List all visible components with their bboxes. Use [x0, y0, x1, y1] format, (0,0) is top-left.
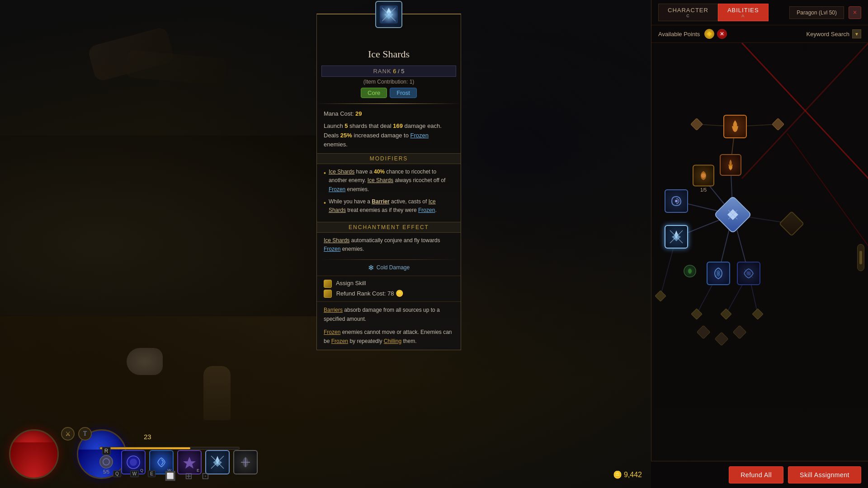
point-cancel: ✕: [717, 29, 727, 39]
node-blue-1[interactable]: [707, 262, 730, 285]
top-icons: ⚔ T: [61, 427, 92, 441]
bottom-bar: Refund All Skill Assignment: [651, 461, 868, 488]
node-fire-main[interactable]: [723, 115, 747, 138]
animal-figure: [127, 348, 163, 375]
node-green[interactable]: [684, 265, 696, 277]
refund-label: Refund Rank Cost: 78: [336, 290, 394, 297]
mod-1-text: Ice Shards have a 40% chance to ricochet…: [329, 168, 454, 194]
health-orb: [9, 429, 59, 479]
mod-2-text: While you have a Barrier active, casts o…: [329, 197, 454, 215]
hotkey-icon-3: ⊡: [202, 470, 209, 481]
action-row: Assign Skill Refund Rank Cost: 78 🪙: [317, 276, 461, 302]
svg-line-36: [744, 269, 753, 278]
char-icon-1[interactable]: ⚔: [61, 427, 75, 441]
item-contribution: (Item Contribution: 1): [317, 79, 461, 85]
node-ice-shards[interactable]: [665, 225, 688, 249]
paragon-button[interactable]: Paragon (Lvl 50): [789, 6, 844, 19]
barrier-lore: Barriers absorb damage from all sources …: [324, 305, 454, 324]
node-small-6[interactable]: [754, 310, 762, 318]
skill-slot-5[interactable]: [233, 450, 258, 474]
svg-point-37: [103, 459, 109, 465]
modifiers-header: MODIFIERS: [317, 153, 461, 164]
gold-display: 🪙 9,442: [613, 470, 642, 479]
node-blue-2[interactable]: [737, 262, 760, 285]
node-copper[interactable]: 1/5: [693, 165, 714, 192]
snowflake-icon: ❄: [368, 263, 374, 272]
points-section: Available Points ✕: [658, 29, 727, 39]
frozen-link: Frozen: [324, 329, 340, 335]
node-small-1[interactable]: [692, 120, 701, 129]
abilities-tab-label: ABILITIES: [727, 7, 759, 14]
available-points-label: Available Points: [658, 31, 700, 38]
skill-tooltip-panel: Ice Shards RANK 6 / 5 (Item Contribution…: [316, 14, 461, 350]
divider-1: [317, 103, 461, 104]
points-icons: ✕: [704, 29, 727, 39]
level-value: 23: [144, 433, 151, 441]
hotkey-bar: Q W E 🔲 ⊞ ⊡: [113, 470, 209, 481]
node-cluster-1[interactable]: [698, 327, 708, 337]
node-cluster-2[interactable]: [717, 334, 726, 344]
bullet-1: •: [324, 168, 326, 194]
refund-cost: 78: [387, 290, 394, 297]
frozen-link-2: Frozen: [331, 338, 348, 344]
skill-description: Launch 5 shards that deal 169 damage eac…: [324, 122, 454, 150]
node-small-5[interactable]: [722, 310, 730, 318]
node-small-2[interactable]: [774, 120, 783, 129]
gold-icon: 🪙: [396, 290, 403, 297]
xp-bar-bg: [99, 447, 240, 450]
xp-bar-container: [99, 447, 240, 450]
tab-character[interactable]: CHARACTER C: [658, 4, 718, 21]
keyword-arrow-icon: ▼: [852, 29, 861, 38]
close-button[interactable]: ×: [849, 6, 861, 19]
hotkey-w: W: [130, 470, 139, 481]
char-icon-2[interactable]: T: [78, 427, 92, 441]
header-tabs: CHARACTER C ABILITIES A: [658, 4, 769, 21]
hotkey-w-key: W: [130, 470, 139, 477]
tags-row: Core Frost: [317, 88, 461, 102]
tab-abilities[interactable]: ABILITIES A: [718, 4, 769, 21]
point-gem: [704, 29, 714, 39]
level-display: 23: [144, 433, 151, 441]
skill-assignment-button[interactable]: Skill Assignment: [788, 466, 861, 483]
hotkey-e-key: E: [148, 470, 156, 477]
cold-damage-row: ❄ Cold Damage: [317, 262, 461, 276]
rank-bar: RANK 6 / 5: [321, 66, 456, 77]
keyword-search-label: Keyword Search: [807, 31, 849, 38]
node-swirl[interactable]: [665, 189, 688, 213]
node-outer-right[interactable]: [783, 215, 801, 233]
node-small-3[interactable]: [656, 292, 665, 300]
skill-slot-5-wrapper: [233, 450, 258, 474]
tag-frost[interactable]: Frost: [390, 88, 417, 98]
mana-cost-label: Mana Cost:: [324, 110, 354, 117]
modifier-2: • While you have a Barrier active, casts…: [324, 197, 454, 215]
node-center-diamond[interactable]: [719, 201, 746, 228]
node-small-4[interactable]: [693, 310, 701, 318]
stats-block: Mana Cost: 29 Launch 5 shards that deal …: [317, 106, 461, 153]
gold-amount: 9,442: [624, 471, 642, 479]
skill-slot-r: R 5/5: [99, 455, 113, 474]
refund-row: Refund Rank Cost: 78 🪙: [324, 290, 454, 298]
refund-icon: [324, 290, 332, 298]
rank-max: 5: [401, 68, 404, 75]
node-fire-top[interactable]: [720, 154, 741, 176]
tag-core[interactable]: Core: [361, 88, 387, 98]
hotkey-icon-2: ⊞: [185, 470, 193, 481]
skill-icon-large: [375, 1, 402, 28]
enchant-header: ENCHANTMENT EFFECT: [317, 222, 461, 233]
mana-cost-value: 29: [355, 110, 362, 117]
node-cluster-3[interactable]: [735, 327, 745, 337]
keyword-search[interactable]: Keyword Search ▼: [807, 29, 861, 38]
chilling-link: Chilling: [384, 338, 401, 344]
skill-panel-header: Ice Shards: [317, 33, 461, 64]
special-orb[interactable]: [99, 455, 113, 469]
enchant-block: Ice Shards automatically conjure and fly…: [317, 233, 461, 257]
cold-damage-label: Cold Damage: [377, 264, 410, 271]
character-silhouette: [203, 366, 231, 420]
character-tab-label: CHARACTER: [668, 7, 708, 14]
skill-tree-viewport[interactable]: 1/5: [651, 43, 868, 472]
refund-all-button[interactable]: Refund All: [729, 466, 783, 483]
skill-tree-subheader: Available Points ✕ Keyword Search ▼: [651, 25, 868, 43]
barrier-link: Barriers: [324, 307, 343, 313]
scroll-indicator[interactable]: [857, 244, 864, 271]
bullet-2: •: [324, 198, 326, 215]
